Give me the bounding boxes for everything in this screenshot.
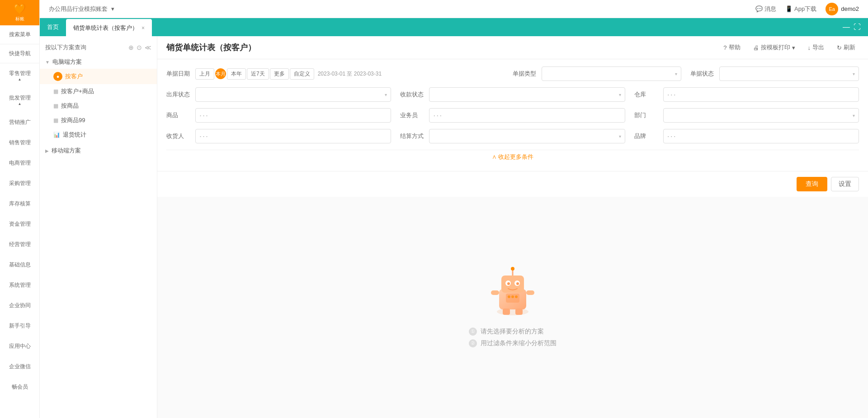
sidebar-item-appstore[interactable]: 应用中心	[0, 336, 39, 356]
tab-close-button[interactable]: ×	[142, 25, 145, 31]
logo: 🧡 标账	[0, 0, 40, 25]
help-button[interactable]: ? 帮助	[720, 42, 744, 53]
salesperson-input[interactable]: ···	[429, 108, 625, 123]
sidebar-item-label: 电商管理	[0, 159, 39, 167]
quick-nav-item[interactable]: 快捷导航	[0, 44, 39, 63]
tip-text-1: 请先选择要分析的方案	[481, 328, 544, 336]
sidebar-item-wholesale[interactable]: 批发管理 ▲	[0, 88, 39, 112]
collapse-label: 收起更多条件	[498, 153, 533, 160]
tab-expand-button[interactable]: ⛶	[854, 23, 861, 31]
sidebar: 🧡 标账 搜索菜单 快捷导航 零售管理 ▲ 批发管理 ▲ 营销推广 销售管理 电…	[0, 0, 40, 418]
collapse-filters-button[interactable]: ∧ 收起更多条件	[166, 150, 859, 164]
sidebar-item-system[interactable]: 系统管理	[0, 275, 39, 295]
date-label: 单据日期	[166, 70, 192, 78]
header-title-text: 办公用品行业模拟账套	[49, 5, 108, 13]
sidebar-item-operation[interactable]: 经营管理	[0, 234, 39, 255]
top-header: 办公用品行业模拟账套 ▾ 💬 消息 📱 App下载 Ea demo2	[40, 0, 868, 18]
scheme-icon: ▦	[53, 103, 58, 109]
sidebar-item-label: 采购管理	[0, 180, 39, 187]
filter-row-4: 收货人 ··· 结算方式 ▾ 品牌	[166, 129, 859, 143]
svg-point-6	[516, 282, 519, 285]
order-status-filter-item: 单据状态 ▾	[690, 66, 859, 81]
empty-tips: ① 请先选择要分析的方案 ② 用过滤条件来缩小分析范围	[469, 328, 557, 351]
tab-sales-stats[interactable]: 销货单统计表（按客户） ×	[66, 19, 152, 37]
help-label: 帮助	[729, 43, 741, 52]
add-scheme-button[interactable]: ⊕	[128, 44, 134, 51]
last-month-button[interactable]: 上月	[195, 68, 214, 80]
scheme-item-by-customer-goods[interactable]: ▦ 按客户+商品	[40, 84, 157, 99]
avatar-text: Ea	[829, 6, 835, 12]
scheme-item-by-customer[interactable]: ● 按客户	[40, 69, 157, 84]
department-input[interactable]: ▾	[663, 108, 859, 123]
salesperson-filter-item: 业务员 ···	[400, 108, 625, 123]
scheme-icon: 📊	[53, 132, 60, 138]
date-filter-item: 单据日期 上月 本月 本年 近7天 更多 自定义 2023-03-01 至 20…	[166, 68, 504, 80]
sidebar-item-finance[interactable]: 资金管理	[0, 214, 39, 234]
tab-minimize-button[interactable]: —	[843, 23, 850, 31]
scheme-group-mobile-header[interactable]: ▶ 移动端方案	[40, 144, 157, 157]
collapse-panel-button[interactable]: ≪	[145, 44, 151, 51]
settlement-label: 结算方式	[400, 132, 425, 140]
tab-home[interactable]: 首页	[40, 18, 66, 36]
scheme-item-label: 退货统计	[63, 131, 86, 139]
sidebar-item-wechat[interactable]: 企业微信	[0, 356, 39, 377]
sidebar-item-sales[interactable]: 销售管理	[0, 133, 39, 153]
print-button[interactable]: 🖨 按模板打印 ▾	[750, 42, 799, 53]
out-status-input[interactable]: ▾	[195, 87, 391, 102]
sidebar-item-basic[interactable]: 基础信息	[0, 255, 39, 275]
scheme-item-label: 按客户	[65, 72, 83, 81]
svg-point-15	[511, 295, 514, 298]
query-button[interactable]: 查询	[797, 177, 827, 191]
goods-filter-item: 商品 ···	[166, 108, 391, 123]
refresh-button[interactable]: ↻ 刷新	[833, 42, 859, 53]
sidebar-item-inventory[interactable]: 库存核算	[0, 194, 39, 214]
empty-tip-2: ② 用过滤条件来缩小分析范围	[469, 339, 557, 347]
user-profile[interactable]: Ea demo2	[826, 3, 859, 15]
svg-rect-9	[491, 290, 499, 295]
custom-date-button[interactable]: 自定义	[290, 68, 314, 80]
chevron-icon: ▲	[0, 77, 39, 81]
current-month-button[interactable]: 本月	[215, 68, 226, 79]
order-status-input[interactable]: ▾	[719, 66, 859, 81]
scheme-item-by-goods99[interactable]: ▦ 按商品99	[40, 113, 157, 128]
order-status-label: 单据状态	[690, 70, 716, 78]
settlement-input[interactable]: ▾	[429, 129, 625, 143]
brand-input[interactable]: ···	[663, 129, 859, 143]
out-status-label: 出库状态	[166, 90, 192, 99]
goods-input[interactable]: ···	[195, 108, 391, 123]
svg-point-8	[511, 267, 514, 271]
sidebar-item-enterprise[interactable]: 企业协同	[0, 295, 39, 316]
header-title[interactable]: 办公用品行业模拟账套 ▾	[49, 5, 114, 13]
scheme-item-refund-stats[interactable]: 📊 退货统计	[40, 128, 157, 142]
last7-button[interactable]: 近7天	[247, 68, 269, 80]
sidebar-item-marketing[interactable]: 营销推广	[0, 112, 39, 133]
payment-status-filter-item: 收款状态 ▾	[400, 87, 625, 102]
warehouse-placeholder: ···	[667, 90, 677, 100]
sidebar-item-retail[interactable]: 零售管理 ▲	[0, 63, 39, 88]
brand-placeholder: ···	[667, 132, 677, 141]
sidebar-item-purchase[interactable]: 采购管理	[0, 173, 39, 194]
warehouse-input[interactable]: ···	[663, 87, 859, 102]
sidebar-item-member[interactable]: 畅会员	[0, 377, 39, 397]
main-area: 办公用品行业模拟账套 ▾ 💬 消息 📱 App下载 Ea demo2 首页	[40, 0, 868, 418]
action-row: 查询 设置	[157, 171, 868, 197]
recipient-input[interactable]: ···	[195, 129, 391, 143]
right-content: 销货单统计表（按客户） ? 帮助 🖨 按模板打印 ▾ ↓ 导出	[157, 36, 868, 418]
scheme-item-by-goods[interactable]: ▦ 按商品	[40, 99, 157, 113]
search-menu-item[interactable]: 搜索菜单	[0, 25, 39, 44]
sidebar-item-ecommerce[interactable]: 电商管理	[0, 153, 39, 173]
scheme-group-pc-header[interactable]: ▼ 电脑端方案	[40, 55, 157, 69]
logo-icon: 🧡	[14, 3, 26, 15]
order-type-input[interactable]: ▾	[542, 66, 681, 81]
sidebar-item-newbie[interactable]: 新手引导	[0, 316, 39, 336]
message-button[interactable]: 💬 消息	[755, 5, 776, 13]
payment-status-input[interactable]: ▾	[429, 87, 625, 102]
export-button[interactable]: ↓ 导出	[804, 42, 828, 53]
current-year-button[interactable]: 本年	[227, 68, 246, 80]
app-download-button[interactable]: 📱 App下载	[785, 5, 816, 13]
settings-scheme-button[interactable]: ⊙	[137, 44, 142, 51]
more-date-button[interactable]: 更多	[270, 68, 289, 80]
date-buttons: 上月 本月 本年 近7天 更多 自定义	[195, 68, 314, 80]
scheme-group-pc: ▼ 电脑端方案 ● 按客户 ▦ 按客户+商品 ▦ 按商品 ▦ 按商品99	[40, 54, 157, 143]
settings-button[interactable]: 设置	[831, 177, 859, 191]
